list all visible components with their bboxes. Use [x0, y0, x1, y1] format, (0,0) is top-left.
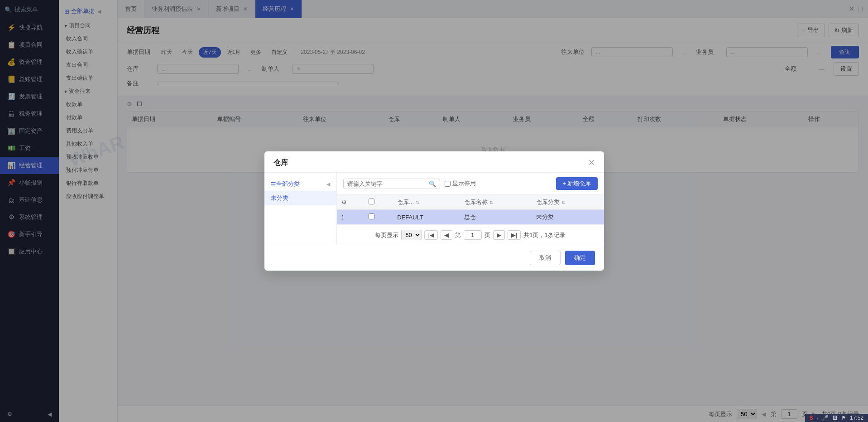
col-gear: ⚙: [337, 195, 364, 210]
dialog-overlay: 仓库 ✕ ☰ 全部分类 ◀ 未分类 🔍: [0, 0, 868, 422]
col-warehouse-name[interactable]: 仓库名称 ⇅: [460, 195, 532, 210]
dialog-left-collapse[interactable]: ◀: [326, 181, 330, 187]
dialog-body: ☰ 全部分类 ◀ 未分类 🔍 显示停用: [264, 173, 604, 245]
tray-icon-s: S: [810, 415, 813, 421]
tray-icon-dot: ·: [817, 415, 818, 421]
tray-icon-flag: ⚑: [841, 415, 846, 421]
page-input-dialog[interactable]: [464, 230, 482, 240]
row-name: 总仓: [460, 210, 532, 225]
dialog-pagination: 每页显示 50 |◀ ◀ 第 页 ▶ ▶| 共1页，1条记录: [337, 225, 604, 245]
col-warehouse-code[interactable]: 仓库... ⇅: [393, 195, 460, 210]
tray-icon-img: 🖼: [832, 415, 838, 421]
col-checkbox: [364, 195, 393, 210]
row-category: 未分类: [532, 210, 604, 225]
row-checkbox: [364, 210, 393, 225]
dialog-right-panel: 🔍 显示停用 + 新增仓库 ⚙: [337, 173, 604, 245]
add-warehouse-button[interactable]: + 新增仓库: [556, 177, 597, 190]
col-warehouse-category[interactable]: 仓库分类 ⇅: [532, 195, 604, 210]
dialog-table-wrapper: ⚙ 仓库... ⇅ 仓库名称 ⇅: [337, 195, 604, 225]
dialog-toolbar: 🔍 显示停用 + 新增仓库: [337, 173, 604, 195]
sort-icon: ⇅: [416, 200, 419, 205]
per-page-select-dialog[interactable]: 50: [401, 230, 422, 240]
system-time: 17:52: [850, 415, 863, 421]
cancel-button[interactable]: 取消: [530, 251, 561, 265]
sort-icon-2: ⇅: [489, 200, 493, 205]
dialog-search-box: 🔍: [343, 179, 440, 189]
warehouse-dialog: 仓库 ✕ ☰ 全部分类 ◀ 未分类 🔍: [264, 151, 604, 271]
row-check[interactable]: [369, 213, 374, 219]
select-all-checkbox[interactable]: [369, 199, 374, 204]
prev-page-btn[interactable]: ◀: [441, 230, 452, 240]
row-seq: 1: [337, 210, 364, 225]
dialog-left-header[interactable]: ☰ 全部分类 ◀: [264, 177, 336, 191]
page-suffix-dialog: 页: [484, 231, 490, 239]
per-page-label-dialog: 每页显示: [375, 231, 398, 239]
page-label-dialog: 第: [455, 231, 461, 239]
table-row[interactable]: 1 DEFAULT 总仓 未分类: [337, 210, 604, 225]
dialog-search-icon[interactable]: 🔍: [429, 180, 436, 187]
row-code: DEFAULT: [393, 210, 460, 225]
last-page-btn[interactable]: ▶|: [508, 230, 521, 240]
dialog-table: ⚙ 仓库... ⇅ 仓库名称 ⇅: [337, 195, 604, 225]
dialog-search-input[interactable]: [347, 180, 429, 187]
dialog-close-button[interactable]: ✕: [588, 158, 595, 168]
tray-icon-mic: 🎤: [822, 415, 829, 421]
first-page-btn[interactable]: |◀: [424, 230, 437, 240]
show-disabled-checkbox[interactable]: [445, 181, 451, 187]
dialog-left-uncategorized[interactable]: 未分类: [264, 191, 336, 205]
total-text-dialog: 共1页，1条记录: [523, 231, 565, 239]
show-disabled-label[interactable]: 显示停用: [445, 179, 476, 188]
system-tray: S · 🎤 🖼 ⚑ 17:52: [805, 414, 868, 422]
dialog-header: 仓库 ✕: [264, 151, 604, 173]
confirm-button[interactable]: 确定: [565, 251, 595, 265]
dialog-left-panel: ☰ 全部分类 ◀ 未分类: [264, 173, 337, 245]
next-page-btn[interactable]: ▶: [493, 230, 505, 240]
all-category-icon: ☰: [271, 181, 276, 188]
dialog-footer: 取消 确定: [264, 245, 604, 271]
gear-icon-2[interactable]: ⚙: [341, 199, 347, 206]
sort-icon-3: ⇅: [561, 200, 565, 205]
dialog-title: 仓库: [273, 158, 288, 168]
